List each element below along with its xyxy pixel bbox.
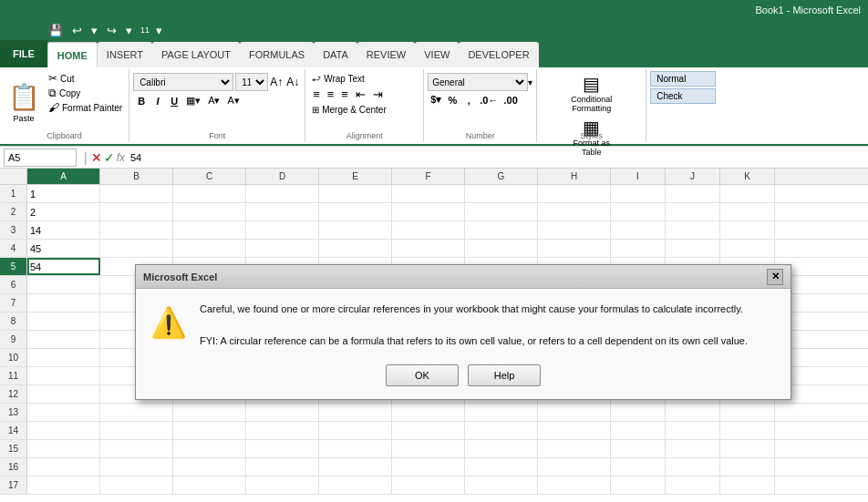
cell-a8[interactable] [27, 312, 100, 330]
cell-a10[interactable] [27, 349, 100, 366]
cell-b4[interactable] [100, 240, 173, 257]
cell-i13[interactable] [611, 404, 666, 421]
cell-a6[interactable] [27, 276, 100, 293]
cell-c3[interactable] [173, 221, 246, 239]
cell-k3[interactable] [720, 221, 775, 239]
cell-g16[interactable] [465, 458, 538, 476]
tab-developer[interactable]: DEVELOPER [459, 42, 538, 67]
cell-a15[interactable] [27, 440, 100, 457]
cell-a5[interactable]: 54 [27, 258, 100, 275]
cell-k2[interactable] [720, 203, 775, 220]
cell-j1[interactable] [666, 185, 720, 202]
cell-a1[interactable]: 1 [27, 185, 100, 202]
row-number[interactable]: 13 [0, 404, 27, 421]
merge-center-button[interactable]: ⊞ Merge & Center [309, 104, 389, 116]
check-style-button[interactable]: Check [650, 88, 716, 104]
cell-a4[interactable]: 45 [27, 240, 100, 257]
fill-color-button[interactable]: A▾ [204, 94, 223, 108]
decrease-decimal-button[interactable]: .0← [477, 94, 501, 107]
cell-b16[interactable] [100, 458, 173, 476]
cell-h1[interactable] [538, 185, 611, 202]
cell-b17[interactable] [100, 476, 173, 494]
cell-d3[interactable] [246, 221, 319, 239]
row-number[interactable]: 11 [0, 367, 27, 384]
font-size-select[interactable]: 11 [235, 73, 268, 91]
col-header-j[interactable]: J [666, 169, 720, 184]
increase-decimal-button[interactable]: .00 [501, 94, 520, 107]
cell-k1[interactable] [720, 185, 775, 202]
cell-c13[interactable] [173, 404, 246, 421]
conditional-formatting-button[interactable]: ▤ Conditional Formatting [558, 71, 625, 115]
tab-page-layout[interactable]: PAGE LAYOUT [152, 42, 240, 67]
cell-a12[interactable] [27, 385, 100, 403]
increase-indent-button[interactable]: ⇥ [369, 87, 387, 102]
row-number[interactable]: 16 [0, 458, 27, 476]
cell-g1[interactable] [465, 185, 538, 202]
customize-qat-button[interactable]: ▾ [153, 23, 165, 38]
underline-button[interactable]: U [166, 95, 182, 108]
dialog-help-button[interactable]: Help [468, 364, 541, 386]
cell-g15[interactable] [465, 440, 538, 457]
cell-g2[interactable] [465, 203, 538, 220]
cell-i4[interactable] [611, 240, 666, 257]
row-number[interactable]: 8 [0, 312, 27, 330]
cell-k15[interactable] [720, 440, 775, 457]
cell-f13[interactable] [392, 404, 465, 421]
cell-e2[interactable] [319, 203, 392, 220]
cell-e4[interactable] [319, 240, 392, 257]
redo-button[interactable]: ↪ [104, 23, 119, 38]
cell-e1[interactable] [319, 185, 392, 202]
cell-a14[interactable] [27, 422, 100, 439]
row-number[interactable]: 10 [0, 349, 27, 366]
cell-c14[interactable] [173, 422, 246, 439]
cell-f16[interactable] [392, 458, 465, 476]
save-button[interactable]: 💾 [46, 23, 66, 38]
cell-j15[interactable] [666, 440, 720, 457]
cell-e14[interactable] [319, 422, 392, 439]
bold-button[interactable]: B [133, 95, 150, 108]
cell-f4[interactable] [392, 240, 465, 257]
row-number[interactable]: 17 [0, 476, 27, 494]
row-number[interactable]: 7 [0, 294, 27, 312]
cell-d1[interactable] [246, 185, 319, 202]
dialog-close-button[interactable]: ✕ [767, 269, 783, 285]
comma-button[interactable]: , [460, 94, 477, 107]
row-number[interactable]: 14 [0, 422, 27, 439]
cell-e15[interactable] [319, 440, 392, 457]
cell-b14[interactable] [100, 422, 173, 439]
wrap-text-button[interactable]: ⮐ Wrap Text [309, 73, 367, 85]
cell-k16[interactable] [720, 458, 775, 476]
cell-a11[interactable] [27, 367, 100, 384]
row-number[interactable]: 4 [0, 240, 27, 257]
cell-c4[interactable] [173, 240, 246, 257]
increase-font-button[interactable]: A↑ [268, 76, 284, 88]
col-header-g[interactable]: G [465, 169, 538, 184]
cell-g4[interactable] [465, 240, 538, 257]
cell-f3[interactable] [392, 221, 465, 239]
copy-button[interactable]: ⧉ Copy [46, 86, 125, 100]
cell-d16[interactable] [246, 458, 319, 476]
cell-b1[interactable] [100, 185, 173, 202]
cell-e17[interactable] [319, 476, 392, 494]
cut-button[interactable]: ✂ Cut [46, 71, 125, 86]
cell-d2[interactable] [246, 203, 319, 220]
cell-i2[interactable] [611, 203, 666, 220]
cell-h4[interactable] [538, 240, 611, 257]
row-number[interactable]: 9 [0, 331, 27, 348]
cell-h15[interactable] [538, 440, 611, 457]
cancel-formula-button[interactable]: ✕ [91, 150, 102, 165]
cell-d14[interactable] [246, 422, 319, 439]
font-color-button[interactable]: A▾ [223, 94, 243, 108]
cell-d4[interactable] [246, 240, 319, 257]
cell-k17[interactable] [720, 476, 775, 494]
cell-g3[interactable] [465, 221, 538, 239]
undo-button[interactable]: ↩ [69, 23, 85, 38]
cell-a7[interactable] [27, 294, 100, 312]
cell-a17[interactable] [27, 476, 100, 494]
cell-b15[interactable] [100, 440, 173, 457]
cell-h14[interactable] [538, 422, 611, 439]
cell-a3[interactable]: 14 [27, 221, 100, 239]
currency-button[interactable]: $▾ [428, 93, 444, 107]
col-header-k[interactable]: K [720, 169, 775, 184]
col-header-d[interactable]: D [246, 169, 319, 184]
